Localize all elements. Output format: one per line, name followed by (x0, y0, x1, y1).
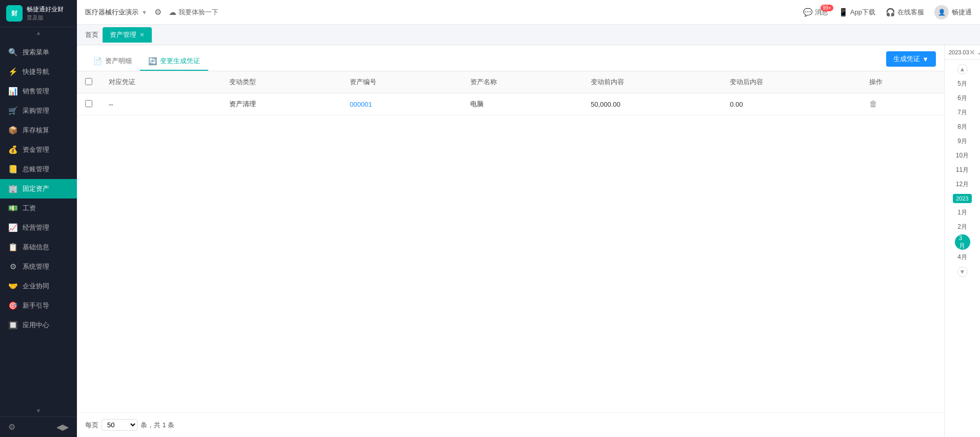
cell-asset-code[interactable]: 000001 (342, 93, 462, 115)
header-change-type: 变动类型 (221, 71, 342, 93)
year-2023-label[interactable]: 2023 (953, 194, 971, 203)
topbar-settings-icon[interactable]: ⚙ (154, 7, 162, 17)
sidebar-item-purchase[interactable]: 🛒 采购管理 (0, 101, 77, 121)
date-month-10[interactable]: 10月 (947, 149, 978, 163)
generate-voucher-button[interactable]: 生成凭证 ▼ (886, 51, 936, 67)
settings-icon[interactable]: ⚙ (8, 422, 15, 432)
cell-after-content: 0.00 (722, 93, 861, 115)
sidebar-label-payroll: 工资 (23, 204, 36, 213)
sidebar-label-sales: 销售管理 (23, 87, 49, 96)
scroll-up-circle[interactable]: ▲ (957, 64, 968, 74)
assets-icon: 🏢 (8, 184, 17, 193)
avatar: 👤 (934, 5, 949, 19)
sidebar-label-guide: 新手引导 (23, 301, 49, 310)
sidebar-label-inventory: 库存核算 (23, 126, 49, 135)
date-month-7[interactable]: 7月 (947, 106, 978, 120)
scroll-down-circle[interactable]: ▼ (957, 267, 968, 277)
logo-title: 畅捷通好业财 (27, 5, 64, 14)
sidebar-scroll-down[interactable]: ▼ (0, 405, 77, 416)
date-scroll-up[interactable]: ▲ (945, 62, 980, 76)
table-container: 对应凭证 变动类型 资产编号 资产名称 变动前内容 变动后内容 操作 (77, 71, 944, 412)
date-month-2023-3[interactable]: 3月 (955, 234, 970, 250)
generate-chevron-icon: ▼ (922, 55, 929, 63)
purchase-icon: 🛒 (8, 106, 17, 115)
user-menu[interactable]: 👤 畅捷通 (934, 5, 972, 19)
date-month-11[interactable]: 11月 (947, 163, 978, 177)
row-checkbox[interactable] (85, 100, 92, 107)
sales-icon: 📊 (8, 87, 17, 96)
sidebar-item-payroll[interactable]: 💵 工资 (0, 198, 77, 218)
date-month-8[interactable]: 8月 (947, 120, 978, 134)
mobile-icon: 📱 (838, 8, 848, 17)
sidebar-item-guide[interactable]: 🎯 新手引导 (0, 296, 77, 315)
sidebar-item-operations[interactable]: 📈 经营管理 (0, 218, 77, 237)
date-panel-close-icon[interactable]: ✕ (969, 48, 975, 56)
sidebar-label-assets: 固定资产 (23, 184, 49, 193)
subtab-actions: 生成凭证 ▼ (886, 51, 936, 71)
sidebar-label-purchase: 采购管理 (23, 106, 49, 115)
date-list: ▲ 5月 6月 7月 8月 9月 10月 11月 12月 2023 1月 2月 … (945, 60, 980, 437)
tab-close-icon[interactable]: ✕ (139, 31, 145, 38)
main-content: 医疗器械行业演示 ▼ ⚙ ☁ 我要体验一下 💬 消息 99+ 📱 App下载 🎧… (77, 0, 980, 437)
date-month-2023-2[interactable]: 2月 (947, 220, 978, 234)
tab-home[interactable]: 首页 (85, 30, 98, 39)
subtab-asset-detail[interactable]: 📄 资产明细 (85, 52, 140, 71)
subtab-change-voucher[interactable]: 🔄 变更生成凭证 (140, 52, 208, 71)
cloud-icon: ☁ (169, 8, 176, 17)
sidebar-item-basic[interactable]: 📋 基础信息 (0, 237, 77, 257)
subtab-detail-label: 资产明细 (105, 56, 132, 66)
per-page-select[interactable]: 50 10 20 100 (102, 419, 137, 431)
sidebar-item-quicknav[interactable]: ⚡ 快捷导航 (0, 62, 77, 82)
sidebar-item-sales[interactable]: 📊 销售管理 (0, 82, 77, 101)
date-month-9[interactable]: 9月 (947, 134, 978, 148)
logo-icon: 财 (6, 5, 23, 22)
sidebar-nav: 🔍 搜索菜单 ⚡ 快捷导航 📊 销售管理 🛒 采购管理 📦 库存核算 💰 资金管… (0, 38, 77, 405)
sidebar-item-inventory[interactable]: 📦 库存核算 (0, 121, 77, 140)
collab-icon: 🤝 (8, 282, 17, 291)
date-month-6[interactable]: 6月 (947, 91, 978, 105)
tabbar: 首页 资产管理 ✕ (77, 25, 980, 45)
date-month-2023-4[interactable]: 4月 (947, 250, 978, 264)
sidebar-scroll-up[interactable]: ▲ (0, 27, 77, 38)
sidebar-label-basic: 基础信息 (23, 243, 49, 252)
app-download-label: App下载 (850, 8, 875, 17)
sidebar-item-search[interactable]: 🔍 搜索菜单 (0, 43, 77, 62)
table-body: -- 资产清理 000001 电脑 50,000.00 0.00 🗑 (77, 93, 944, 115)
date-panel-expand-icon[interactable]: ⤢ (977, 48, 980, 56)
sub-tabs: 📄 资产明细 🔄 变更生成凭证 生成凭证 ▼ (77, 45, 944, 71)
logo: 财 畅捷通好业财 普及版 (0, 0, 77, 27)
sidebar-item-appcenter[interactable]: 🔲 应用中心 (0, 315, 77, 335)
sidebar-item-collab[interactable]: 🤝 企业协同 (0, 276, 77, 296)
date-month-5[interactable]: 5月 (947, 77, 978, 91)
date-scroll-down[interactable]: ▼ (945, 265, 980, 279)
tab-asset-management[interactable]: 资产管理 ✕ (103, 27, 152, 43)
sidebar-item-system[interactable]: ⚙ 系统管理 (0, 257, 77, 276)
company-selector[interactable]: 医疗器械行业演示 ▼ (85, 8, 147, 17)
sidebar-label-system: 系统管理 (23, 262, 49, 271)
experience-button[interactable]: ☁ 我要体验一下 (169, 8, 218, 17)
quicknav-icon: ⚡ (8, 67, 17, 76)
subtab-change-label: 变更生成凭证 (160, 56, 200, 66)
app-download-button[interactable]: 📱 App下载 (838, 8, 875, 17)
customer-service-button[interactable]: 🎧 在线客服 (886, 8, 924, 17)
sidebar-item-funds[interactable]: 💰 资金管理 (0, 140, 77, 160)
messages-badge: 99+ (821, 5, 833, 11)
date-month-12[interactable]: 12月 (947, 177, 978, 191)
collapse-icon[interactable]: ◀▶ (56, 422, 69, 432)
header-before-content: 变动前内容 (583, 71, 722, 93)
select-all-checkbox[interactable] (85, 78, 92, 85)
sidebar-item-ledger[interactable]: 📒 总账管理 (0, 160, 77, 179)
delete-row-button[interactable]: 🗑 (869, 100, 877, 108)
messages-button[interactable]: 💬 消息 99+ (803, 8, 828, 17)
header-voucher: 对应凭证 (101, 71, 221, 93)
topbar: 医疗器械行业演示 ▼ ⚙ ☁ 我要体验一下 💬 消息 99+ 📱 App下载 🎧… (77, 0, 980, 25)
sidebar-item-assets[interactable]: 🏢 固定资产 (0, 179, 77, 198)
date-month-2023-1[interactable]: 1月 (947, 206, 978, 220)
payroll-icon: 💵 (8, 204, 17, 213)
cell-action: 🗑 (861, 93, 944, 115)
customer-service-label: 在线客服 (897, 8, 924, 17)
table-row: -- 资产清理 000001 电脑 50,000.00 0.00 🗑 (77, 93, 944, 115)
tab-label: 资产管理 (110, 30, 136, 39)
headset-icon: 🎧 (886, 8, 895, 17)
header-asset-code: 资产编号 (342, 71, 462, 93)
